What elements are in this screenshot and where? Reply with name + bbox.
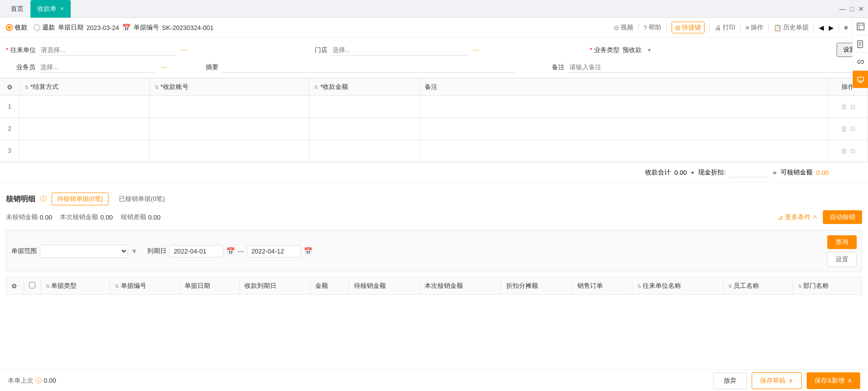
info-icon-bottom[interactable]: ⓘ: [35, 376, 42, 385]
td-account-3[interactable]: [150, 140, 310, 162]
operation-btn[interactable]: ≡操作: [746, 23, 764, 32]
dth-checkbox[interactable]: [24, 278, 41, 295]
save-draft-btn[interactable]: 保存草稿 ∧: [752, 372, 802, 389]
th-amount-label: *收款金额: [320, 83, 348, 91]
select-all-checkbox[interactable]: [29, 282, 35, 288]
table-header: ⚙ ⇅ *结算方式 ⇅ *收款账号 ⇅ *收款金额 备注 操作: [0, 78, 868, 96]
th-gear[interactable]: ⚙: [0, 80, 20, 95]
business-type-arrow[interactable]: ▼: [647, 47, 652, 53]
auto-hx-btn[interactable]: 自动核销: [823, 210, 862, 224]
radio-tuikuan[interactable]: 退款: [33, 23, 55, 32]
right-panel-link-icon[interactable]: [853, 53, 868, 71]
td-amount-1[interactable]: [309, 96, 419, 117]
hx-tab-pending[interactable]: 待核销单据(0笔): [52, 193, 108, 205]
history-btn[interactable]: 📋历史单据: [774, 23, 809, 32]
summary-label: 摘要: [189, 63, 218, 72]
hx-tab-done[interactable]: 已核销单据(0笔): [113, 193, 170, 205]
maximize-icon[interactable]: □: [850, 5, 854, 13]
this-order-label: 本单上次: [8, 376, 33, 385]
discount-input[interactable]: [730, 168, 769, 177]
minimize-icon[interactable]: —: [840, 5, 846, 13]
tab-receipt[interactable]: 收款单 ×: [30, 0, 71, 18]
settlement-sort-icon[interactable]: ⇅: [25, 84, 28, 90]
counterparty-label: 往来单位: [6, 46, 36, 55]
remark-input[interactable]: [568, 62, 862, 73]
svg-rect-0: [857, 23, 864, 30]
hx-info-icon[interactable]: ⓘ: [40, 195, 47, 203]
help-btn[interactable]: ?帮助: [644, 23, 661, 32]
date-value: 2023-03-24: [86, 24, 119, 31]
salesman-input[interactable]: [38, 62, 156, 73]
cal-start-icon[interactable]: 📅: [226, 247, 235, 255]
td-account-2[interactable]: [150, 118, 310, 140]
radio-shoukuan[interactable]: 收款: [6, 23, 27, 32]
filter-settings-btn[interactable]: 设置: [827, 252, 857, 267]
delete-icon-2[interactable]: 🗑: [841, 125, 847, 133]
filter-icon: ⊿: [778, 214, 783, 221]
more-conditions-btn[interactable]: ⊿ 更多条件 ∧: [778, 213, 818, 222]
dth-gear[interactable]: ⚙: [6, 278, 24, 295]
td-settlement-1[interactable]: [20, 96, 150, 117]
counterparty-input[interactable]: [39, 45, 176, 56]
calendar-icon[interactable]: 📅: [122, 24, 131, 31]
amount-sort-icon[interactable]: ⇅: [314, 84, 318, 90]
store-group: 门店 ···: [278, 45, 570, 56]
dth-current-amount: 本次核销金额: [420, 278, 501, 295]
print-btn[interactable]: 🖨打印: [715, 23, 735, 32]
td-amount-3[interactable]: [309, 140, 419, 162]
delete-icon-1[interactable]: 🗑: [841, 103, 847, 111]
dth-sales-order: 销售订单: [572, 278, 632, 295]
tab-home[interactable]: 首页: [4, 0, 30, 18]
account-sort-icon[interactable]: ⇅: [155, 84, 159, 90]
close-icon[interactable]: ✕: [858, 5, 864, 13]
td-settlement-2[interactable]: [20, 118, 150, 140]
bottom-info: 本单上次 ⓘ 0.00: [8, 376, 56, 385]
right-panel-screen-icon[interactable]: [853, 71, 868, 88]
right-panel-doc-icon[interactable]: [853, 35, 868, 53]
gear-icon[interactable]: ⚙: [7, 84, 13, 91]
nav-next-icon[interactable]: ▶: [829, 24, 834, 31]
video-btn[interactable]: ⊙视频: [614, 23, 633, 32]
store-input[interactable]: [330, 45, 468, 56]
counterparty-more-btn[interactable]: ···: [179, 46, 190, 55]
save-new-label: 保存&新增: [814, 376, 844, 385]
total-label: 收款合计: [645, 168, 671, 177]
copy-icon-3[interactable]: ⧉: [850, 147, 855, 155]
view-list-icon[interactable]: ≡: [844, 24, 848, 31]
td-settlement-3[interactable]: [20, 140, 150, 162]
right-panel-table-icon[interactable]: [853, 18, 868, 35]
shortcut-btn[interactable]: ⊞快捷键: [672, 22, 705, 33]
save-new-btn[interactable]: 保存&新增 ∧: [807, 372, 860, 389]
copy-icon-1[interactable]: ⧉: [850, 103, 855, 111]
dth-counterparty: ⇅ 往来单位名称: [632, 278, 723, 295]
delete-icon-3[interactable]: 🗑: [841, 147, 847, 155]
due-date-start-input[interactable]: [169, 245, 223, 257]
abandon-btn[interactable]: 放弃: [713, 372, 747, 389]
due-date-end-input[interactable]: [247, 245, 301, 257]
store-more-btn[interactable]: ···: [471, 46, 481, 55]
tab-home-label: 首页: [11, 4, 24, 13]
doc-range-select[interactable]: [40, 245, 128, 258]
copy-icon-2[interactable]: ⧉: [850, 125, 855, 133]
cal-end-icon[interactable]: 📅: [304, 247, 312, 255]
tab-close-icon[interactable]: ×: [60, 5, 64, 12]
th-settlement-label: *结算方式: [30, 83, 58, 91]
salesman-more-btn[interactable]: ···: [159, 63, 169, 72]
dth-gear-icon[interactable]: ⚙: [11, 282, 17, 290]
nav-prev-icon[interactable]: ◀: [819, 24, 824, 31]
td-remark-1[interactable]: [420, 96, 829, 117]
tab-receipt-label: 收款单: [37, 4, 56, 13]
query-btn[interactable]: 查询: [827, 235, 857, 249]
td-amount-2[interactable]: [309, 118, 419, 140]
summary-input[interactable]: [221, 62, 516, 73]
receipt-type-group: 收款 退款: [6, 23, 55, 32]
counterparty-group: 往来单位 ···: [6, 45, 278, 56]
dth-doc-date: 单据日期: [179, 278, 239, 295]
th-account-label: *收款账号: [161, 83, 189, 91]
hx-section: 核销明细 ⓘ 待核销单据(0笔) 已核销单据(0笔) 未核销金额 0.00 本次…: [0, 187, 868, 301]
td-op-2: 🗑 ⧉: [829, 118, 868, 140]
td-remark-2[interactable]: [420, 118, 829, 140]
td-remark-3[interactable]: [420, 140, 829, 162]
td-account-1[interactable]: [150, 96, 310, 117]
stat-diff: 核销差额 0.00: [121, 213, 161, 222]
